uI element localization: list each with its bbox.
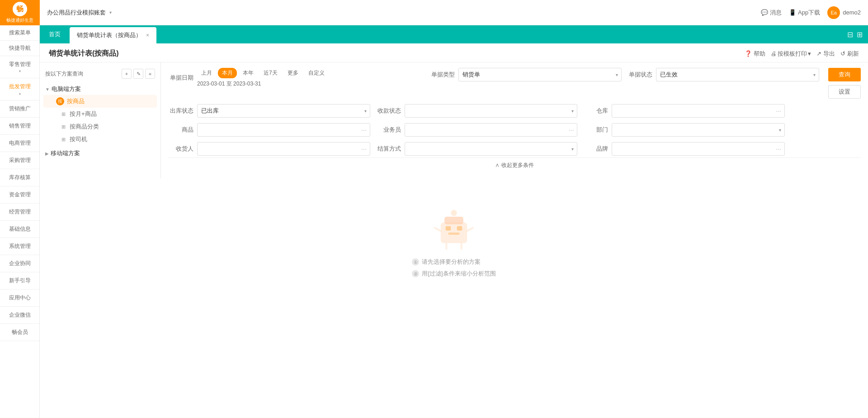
- user-name: demo2: [843, 9, 861, 16]
- header-dropdown-icon[interactable]: ▾: [109, 10, 112, 15]
- tab-close-icon[interactable]: ×: [146, 32, 149, 38]
- app-logo[interactable]: 畅 畅捷通好生意: [0, 0, 40, 25]
- tip-2-text: 用[过滤]条件来缩小分析范围: [422, 270, 495, 278]
- department-select[interactable]: [612, 123, 785, 137]
- svg-rect-4: [448, 233, 460, 235]
- logo-icon: 畅: [13, 2, 27, 16]
- salesperson-label: 业务员: [376, 126, 401, 134]
- sidebar-item-guide[interactable]: 新手引导: [0, 272, 39, 290]
- warehouse-status-select[interactable]: [197, 104, 370, 118]
- avatar: Ea: [827, 6, 840, 19]
- help-button[interactable]: ❓ 帮助: [745, 50, 765, 58]
- user-info[interactable]: Ea demo2: [827, 6, 861, 19]
- scheme-group-mobile-header[interactable]: ▶ 移动端方案: [43, 147, 157, 159]
- tab-active[interactable]: 销货单统计表（按商品） ×: [70, 27, 156, 43]
- settlement-label: 结算方式: [376, 145, 401, 153]
- scheme-tree: ▼ 电脑端方案 按 按商品 ⊞ 按月+商品 ⊞: [43, 81, 157, 163]
- scheme-sub-icon-2: ⊞: [60, 124, 67, 130]
- sidebar-item-retail[interactable]: 零售管理 ▾: [0, 56, 39, 78]
- sidebar-item-search[interactable]: 搜索菜单: [0, 25, 39, 41]
- sidebar-item-enterprise[interactable]: 企业协同: [0, 255, 39, 272]
- empty-illustration: [431, 205, 476, 251]
- date-7days[interactable]: 近7天: [259, 68, 282, 78]
- svg-point-9: [451, 210, 457, 216]
- recipient-input[interactable]: [197, 142, 370, 156]
- salesperson-input[interactable]: [405, 123, 578, 137]
- product-input[interactable]: [197, 123, 370, 137]
- scheme-group-desktop-header[interactable]: ▼ 电脑端方案: [43, 83, 157, 95]
- warehouse-dots-icon[interactable]: ···: [776, 107, 781, 114]
- product-dots-icon[interactable]: ···: [361, 126, 367, 133]
- print-dropdown-icon[interactable]: ▾: [808, 50, 811, 57]
- refresh-button[interactable]: ↺ 刷新: [840, 50, 859, 58]
- order-status-select[interactable]: [656, 68, 819, 81]
- empty-tip-2: ② 用[过滤]条件来缩小分析范围: [412, 270, 495, 278]
- top-header: 办公用品行业模拟账套 ▾ 💬 消息 📱 App下载 Ea demo2: [40, 0, 868, 25]
- sidebar-item-system[interactable]: 系统管理: [0, 238, 39, 255]
- collapse-bar[interactable]: ∧ 收起更多条件: [168, 157, 861, 173]
- main-content: 办公用品行业模拟账套 ▾ 💬 消息 📱 App下载 Ea demo2 首页 销货…: [40, 0, 868, 418]
- scheme-item-by-category[interactable]: ⊞ 按商品分类: [43, 120, 157, 133]
- sidebar-item-quicknav[interactable]: 快捷导航: [0, 41, 39, 56]
- settlement-select[interactable]: [405, 142, 578, 156]
- edit-scheme-button[interactable]: ✎: [133, 69, 143, 79]
- salesperson-dots-icon[interactable]: ···: [569, 126, 574, 133]
- collapse-scheme-button[interactable]: «: [145, 69, 155, 79]
- payment-status-label: 收款状态: [376, 107, 401, 115]
- add-scheme-button[interactable]: +: [122, 69, 132, 79]
- brand-input[interactable]: [612, 142, 785, 156]
- sidebar-item-sales[interactable]: 销售管理: [0, 118, 39, 135]
- date-this-month[interactable]: 本月: [218, 68, 237, 78]
- tab-home[interactable]: 首页: [40, 25, 70, 43]
- date-prev-month[interactable]: 上月: [197, 68, 216, 78]
- empty-state: ① 请先选择要分析的方案 ② 用[过滤]条件来缩小分析范围: [40, 178, 868, 305]
- scheme-group-mobile: ▶ 移动端方案: [43, 147, 157, 159]
- recipient-dots-icon[interactable]: ···: [361, 145, 367, 152]
- payment-status-select[interactable]: [405, 104, 578, 118]
- desktop-group-arrow: ▼: [45, 87, 50, 92]
- brand-dots-icon[interactable]: ···: [776, 145, 781, 152]
- warehouse-label: 仓库: [583, 107, 608, 115]
- refresh-icon: ↺: [840, 50, 845, 57]
- sidebar-item-inventory[interactable]: 库存核算: [0, 169, 39, 186]
- tab-minimize-icon[interactable]: ⊟: [847, 30, 853, 39]
- scheme-item-by-month-product[interactable]: ⊞ 按月+商品: [43, 108, 157, 120]
- order-type-label: 单据类型: [429, 71, 455, 79]
- logo-text: 畅捷通好生意: [6, 17, 33, 24]
- export-button[interactable]: ↗ 导出: [816, 50, 835, 58]
- sidebar-item-wholesale[interactable]: 批发管理 ▴: [0, 78, 39, 100]
- svg-rect-3: [457, 226, 462, 231]
- sidebar-item-finance[interactable]: 资金管理: [0, 186, 39, 204]
- tab-maximize-icon[interactable]: ⊞: [857, 30, 863, 39]
- sidebar-item-purchase[interactable]: 采购管理: [0, 152, 39, 169]
- query-button[interactable]: 查询: [828, 68, 861, 81]
- scheme-item-by-product[interactable]: 按 按商品: [43, 95, 157, 108]
- warehouse-input[interactable]: [612, 104, 785, 118]
- date-this-year[interactable]: 本年: [239, 68, 258, 78]
- sidebar-item-member[interactable]: 畅会员: [0, 324, 39, 341]
- date-more[interactable]: 更多: [283, 68, 302, 78]
- date-custom[interactable]: 自定义: [304, 68, 329, 78]
- sidebar-item-ecommerce[interactable]: 电商管理: [0, 135, 39, 152]
- sidebar: 畅 畅捷通好生意 搜索菜单 快捷导航 零售管理 ▾ 批发管理 ▴ 营销推广 销售…: [0, 0, 40, 418]
- action-buttons: 查询 设置: [825, 68, 861, 99]
- sidebar-item-operation[interactable]: 经营管理: [0, 204, 39, 221]
- tab-actions: ⊟ ⊞: [842, 30, 868, 39]
- sidebar-item-apps[interactable]: 应用中心: [0, 290, 39, 307]
- filter-area: 按以下方案查询 + ✎ « ▼ 电脑端方案: [40, 62, 868, 178]
- print-button[interactable]: 🖨 按模板打印 ▾: [771, 50, 811, 58]
- page-content: 销货单统计表(按商品) ❓ 帮助 🖨 按模板打印 ▾ ↗ 导出 ↺ 刷新: [40, 43, 868, 418]
- sidebar-item-marketing[interactable]: 营销推广: [0, 100, 39, 118]
- sidebar-item-basic[interactable]: 基础信息: [0, 221, 39, 238]
- settings-button[interactable]: 设置: [828, 85, 861, 99]
- empty-tips: ① 请先选择要分析的方案 ② 用[过滤]条件来缩小分析范围: [412, 258, 495, 278]
- order-type-select[interactable]: [458, 68, 622, 81]
- scheme-sub-icon-1: ⊞: [60, 111, 67, 117]
- scheme-group-desktop: ▼ 电脑端方案 按 按商品 ⊞ 按月+商品 ⊞: [43, 83, 157, 146]
- scheme-sub-icon-3: ⊞: [60, 137, 67, 142]
- app-download-button[interactable]: 📱 App下载: [789, 9, 820, 17]
- sidebar-item-wechat[interactable]: 企业微信: [0, 307, 39, 324]
- message-button[interactable]: 💬 消息: [761, 9, 782, 17]
- tab-bar: 首页 销货单统计表（按商品） × ⊟ ⊞: [40, 25, 868, 43]
- scheme-item-by-printer[interactable]: ⊞ 按司机: [43, 133, 157, 146]
